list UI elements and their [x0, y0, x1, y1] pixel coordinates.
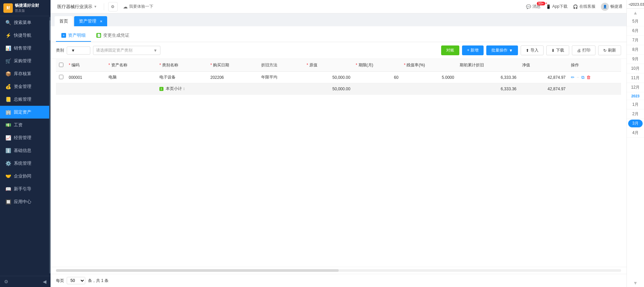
- th-checkbox: [56, 59, 66, 72]
- total-label: 条，共 1 条: [88, 278, 109, 284]
- tab-close-icon[interactable]: ✕: [100, 20, 102, 23]
- month-item-8[interactable]: 8月: [627, 45, 644, 55]
- row-original-value: 50,000.00: [304, 72, 353, 83]
- messages-badge: 99+: [537, 2, 545, 5]
- print-button[interactable]: 🖨 打印: [572, 45, 595, 55]
- select-all-checkbox[interactable]: [59, 63, 63, 67]
- per-page-select[interactable]: 50 100: [67, 277, 85, 284]
- year-display: 2023.03: [631, 2, 644, 6]
- month-item-6[interactable]: 6月: [627, 26, 644, 36]
- company-selector[interactable]: 医疗器械行业演示 ▼: [55, 2, 100, 11]
- subtotal-icon: Σ: [159, 87, 163, 91]
- app-download-button[interactable]: 📱 App下载: [546, 4, 568, 9]
- th-purchase-date: 购买日期: [208, 59, 258, 72]
- sidebar-item-enterprise[interactable]: 🤝 企业协同: [0, 170, 51, 183]
- ledger-icon: 📒: [5, 97, 11, 102]
- main-content: 医疗器械行业演示 ▼ ⚙ ☁ 我要体验一下 💬 消息 99+ + 📱 App下载…: [51, 0, 626, 287]
- operations-icon: 📈: [5, 135, 11, 140]
- experience-button[interactable]: ☁ 我要体验一下: [120, 2, 156, 11]
- sidebar-item-system[interactable]: ⚙️ 系统管理: [0, 157, 51, 170]
- subtotal-original-value: 50,000.00: [304, 83, 353, 95]
- subtotal-empty-5: [401, 83, 457, 95]
- decrease-icon[interactable]: −: [577, 75, 579, 80]
- sidebar-item-quick-nav[interactable]: ⚡ 快捷导航: [0, 29, 51, 42]
- sidebar-item-salary[interactable]: 💵 工资: [0, 119, 51, 131]
- sidebar-item-guide[interactable]: 📖 新手引导: [0, 183, 51, 195]
- inner-tab-voucher[interactable]: 📄 变更生成凭证: [91, 30, 135, 42]
- month-item-3-active[interactable]: 3月: [628, 120, 643, 128]
- username-label: 畅捷通: [610, 4, 622, 9]
- th-depreciation-method: 折旧方法: [258, 59, 304, 72]
- sidebar-item-fixed-assets[interactable]: 🏢 固定资产: [0, 106, 51, 119]
- header-divider-1: [104, 3, 104, 10]
- tab-home[interactable]: 首页: [55, 16, 73, 26]
- sidebar-item-ledger[interactable]: 📒 总账管理: [0, 93, 51, 106]
- row-checkbox[interactable]: [59, 75, 63, 79]
- reconcile-button[interactable]: 对账: [441, 45, 459, 55]
- pagination: 每页 50 100 条，共 1 条: [51, 274, 626, 287]
- online-service-button[interactable]: 🎧 在线客服: [573, 4, 595, 9]
- tab-bar: 首页 资产管理 ✕: [51, 13, 626, 26]
- import-button[interactable]: ⬆ 导入: [521, 45, 544, 55]
- delete-icon[interactable]: 🗑: [586, 75, 591, 80]
- assets-table: 编码 资产名称 类别名称 购买日期 折旧方法 原值 期限(月) 残值率(%) 期…: [56, 59, 621, 95]
- user-profile[interactable]: 👤 畅捷通: [601, 3, 622, 11]
- month-item-12[interactable]: 12月: [627, 83, 644, 92]
- import-icon: ⬆: [526, 48, 529, 53]
- sidebar-item-operations[interactable]: 📈 经营管理: [0, 131, 51, 144]
- sidebar-item-purchase[interactable]: 🛒 采购管理: [0, 55, 51, 67]
- th-name: 资产名称: [106, 59, 157, 72]
- print-icon: 🖨: [577, 48, 581, 53]
- subtotal-label: 本页小计：: [166, 86, 186, 91]
- right-panel: ◀ 2023.03 ▶ ▲ 5月 6月 7月 8月 9月 10月 11月 12月…: [626, 0, 644, 287]
- category-dropdown[interactable]: ▼: [67, 46, 90, 55]
- month-item-5[interactable]: 5月: [627, 17, 644, 26]
- refresh-button[interactable]: ↻ 刷新: [598, 45, 621, 55]
- sidebar-item-apps[interactable]: 🔲 应用中心: [0, 195, 51, 208]
- scrollbar-thumb[interactable]: [56, 269, 339, 272]
- category-label: 类别: [56, 47, 64, 53]
- sidebar-item-capital[interactable]: 💰 资金管理: [0, 80, 51, 93]
- new-button[interactable]: + 新增: [462, 45, 484, 55]
- tab-assets[interactable]: 资产管理 ✕: [74, 16, 107, 26]
- th-original-value: 原值: [304, 59, 353, 72]
- sidebar-footer: ⚙ ◀: [0, 276, 51, 287]
- sidebar-item-sales[interactable]: 📊 销售管理: [0, 42, 51, 55]
- edit-icon[interactable]: ✏: [571, 75, 575, 80]
- month-item-10[interactable]: 10月: [627, 64, 644, 73]
- subtotal-row: Σ 本页小计： 50,000.00 6,333.36 42,874.97: [56, 83, 621, 95]
- subtotal-initial-accumulated: 6,333.36: [457, 83, 519, 95]
- settings-button[interactable]: ⚙: [108, 2, 118, 11]
- category-input[interactable]: 请选择固定资产类别 ▼: [93, 46, 160, 55]
- month-item-9[interactable]: 9月: [627, 55, 644, 64]
- voucher-tab-icon: 📄: [96, 33, 101, 38]
- batch-button[interactable]: 批量操作 ▼: [486, 45, 518, 55]
- table-row: 000001 电脑 电子设备 202206 年限平均 50,000.00 60 …: [56, 72, 621, 83]
- search-icon: 🔍: [5, 20, 11, 25]
- panel-collapse-left[interactable]: ◀: [628, 2, 631, 6]
- month-item-7[interactable]: 7月: [627, 36, 644, 45]
- sidebar-scrollbar-track: [49, 17, 51, 274]
- panel-down-arrow[interactable]: ▼: [632, 279, 639, 287]
- company-dropdown-icon: ▼: [94, 5, 97, 8]
- month-item-1[interactable]: 1月: [627, 100, 644, 109]
- app-logo: 财 畅捷通好业财 普及版: [0, 0, 51, 16]
- collapse-icon[interactable]: ◀: [43, 279, 47, 284]
- row-residual-rate: 5.0000: [401, 72, 457, 83]
- sidebar-item-inventory[interactable]: 📦 库存核算: [0, 67, 51, 80]
- month-item-4[interactable]: 4月: [627, 128, 644, 138]
- panel-up-arrow[interactable]: ▲: [632, 9, 639, 17]
- inner-tab-detail[interactable]: ≡ 资产明细: [56, 30, 91, 42]
- download-button[interactable]: ⬇ 下载: [546, 45, 569, 55]
- month-item-2[interactable]: 2月: [627, 109, 644, 119]
- month-item-11[interactable]: 11月: [627, 73, 644, 83]
- message-icon: 💬: [526, 4, 531, 9]
- th-period: 期限(月): [353, 59, 401, 72]
- inventory-icon: 📦: [5, 71, 11, 76]
- sidebar-item-basic-info[interactable]: ℹ️ 基础信息: [0, 144, 51, 157]
- copy-icon[interactable]: ⧉: [581, 75, 584, 80]
- messages-button[interactable]: 💬 消息 99+ +: [526, 4, 541, 9]
- row-category: 电子设备: [157, 72, 208, 83]
- sidebar-item-search[interactable]: 🔍 搜索菜单: [0, 16, 51, 29]
- settings-icon[interactable]: ⚙: [4, 279, 8, 284]
